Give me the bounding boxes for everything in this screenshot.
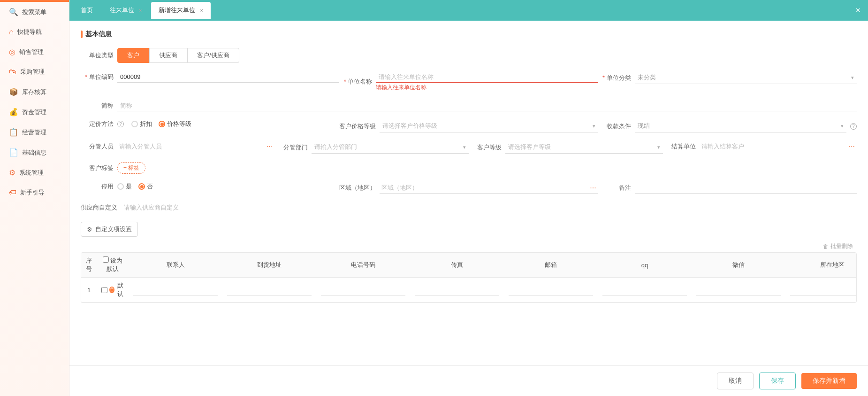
sidebar-item-label: 快捷导航 xyxy=(17,28,42,36)
col-wechat: 微信 xyxy=(692,253,785,278)
customer-tag-label: 客户标签 xyxy=(81,164,114,172)
col-region: 所在地区 xyxy=(785,253,857,278)
tab-new-partner-label: 新增往来单位 xyxy=(159,6,195,15)
sidebar-item-purchase[interactable]: 🛍 采购管理 xyxy=(0,62,69,82)
region-input[interactable] xyxy=(380,182,588,193)
tag-add-button[interactable]: + 标签 xyxy=(117,162,145,174)
sidebar-item-label: 搜索菜单 xyxy=(22,8,46,16)
supplier-custom-field: 供应商自定义 xyxy=(81,202,857,213)
contacts-table-container: 序号 设为默认 联系人 到货地址 电话号码 传真 邮箱 qq 微信 所在地区 操… xyxy=(81,252,857,303)
sidebar-item-basic[interactable]: 📄 基础信息 xyxy=(0,142,69,163)
pricing-radio-discount[interactable]: 折扣 xyxy=(131,120,152,128)
supervisor-dots-btn[interactable]: ··· xyxy=(265,142,274,151)
remark-input[interactable] xyxy=(635,182,857,194)
short-name-input[interactable] xyxy=(117,100,857,111)
unit-name-label: 单位名称 xyxy=(339,78,372,86)
sidebar-item-label: 经营管理 xyxy=(22,128,46,137)
disable-row: 停用 是 否 区域（地区） ··· xyxy=(81,182,857,194)
unit-type-btn-customer[interactable]: 客户 xyxy=(117,48,149,63)
unit-code-input[interactable] xyxy=(117,71,339,83)
sidebar-item-guide[interactable]: 🏷 新手引导 xyxy=(0,183,69,202)
supplier-custom-input[interactable] xyxy=(121,202,857,213)
email-input[interactable] xyxy=(509,284,593,295)
col-qq: qq xyxy=(598,253,692,278)
fax-input[interactable] xyxy=(415,284,499,295)
pricing-help-icon[interactable]: ? xyxy=(117,121,124,127)
contact-input[interactable] xyxy=(133,284,218,295)
custom-settings-label: 自定义项设置 xyxy=(95,225,132,233)
disable-field: 停用 是 否 xyxy=(81,182,339,191)
dept-select[interactable]: 请输入分管部门 ▾ xyxy=(312,141,469,154)
main-area: 首页 往来单位 × 新增往来单位 × × 基本信息 单位类型 客户 供应商 客户… xyxy=(69,0,868,396)
customer-price-select[interactable]: 请选择客户价格等级 ▾ xyxy=(380,120,598,132)
system-icon: ⚙ xyxy=(9,168,15,177)
unit-name-input[interactable] xyxy=(376,71,598,83)
payment-arrow: ▾ xyxy=(841,123,844,129)
settlement-input[interactable] xyxy=(700,141,847,152)
disable-no-label: 否 xyxy=(147,182,153,191)
settlement-label: 结算单位 xyxy=(663,142,696,151)
col-email: 邮箱 xyxy=(504,253,598,278)
payment-help-icon[interactable]: ? xyxy=(850,123,857,130)
settlement-field: 结算单位 ··· xyxy=(663,141,857,152)
sidebar-item-finance[interactable]: 💰 资金管理 xyxy=(0,102,69,122)
customer-level-select[interactable]: 请选择客户等级 ▾ xyxy=(505,141,663,154)
default-radio-item[interactable]: 默认 xyxy=(109,281,124,298)
batch-delete-icon: 🗑 xyxy=(823,243,829,250)
sidebar-item-system[interactable]: ⚙ 系统管理 xyxy=(0,163,69,183)
tab-partners-label: 往来单位 xyxy=(110,6,134,15)
payment-select[interactable]: 现结 ▾ xyxy=(635,120,846,132)
unit-category-select[interactable]: 未分类 ▾ xyxy=(635,71,857,84)
qq-input[interactable] xyxy=(602,284,687,295)
pricing-field: 定价方法 ? 折扣 价格等级 xyxy=(81,120,339,128)
sidebar-item-quicknav[interactable]: ⌂ 快捷导航 xyxy=(0,22,69,42)
sidebar-item-operations[interactable]: 📋 经营管理 xyxy=(0,122,69,142)
custom-settings-button[interactable]: ⚙ 自定义项设置 xyxy=(81,222,138,237)
unit-type-btn-supplier[interactable]: 供应商 xyxy=(149,48,187,63)
form-footer: 取消 保存 保存并新增 xyxy=(69,365,868,396)
phone-input[interactable] xyxy=(321,284,405,295)
wechat-input[interactable] xyxy=(696,284,781,295)
customer-level-field: 客户等级 请选择客户等级 ▾ xyxy=(469,141,663,154)
pricing-radio-discount-circle xyxy=(131,121,138,127)
cancel-button[interactable]: 取消 xyxy=(717,373,754,389)
unit-type-btn-both[interactable]: 客户/供应商 xyxy=(187,48,239,63)
disable-yes-radio[interactable]: 是 xyxy=(117,182,132,191)
row-checkbox[interactable] xyxy=(101,287,107,293)
customer-tag-row: 客户标签 + 标签 xyxy=(81,162,857,174)
address-input[interactable] xyxy=(227,284,312,295)
tab-home[interactable]: 首页 xyxy=(73,2,100,19)
supervisor-label: 分管人员 xyxy=(81,142,114,151)
region-table-input[interactable] xyxy=(790,284,857,295)
col-address: 到货地址 xyxy=(222,253,316,278)
select-all-checkbox[interactable] xyxy=(103,256,109,263)
region-dots-btn[interactable]: ··· xyxy=(588,184,598,192)
tab-new-partner-close[interactable]: × xyxy=(200,8,203,13)
col-contact: 联系人 xyxy=(129,253,222,278)
settlement-dots-btn[interactable]: ··· xyxy=(847,142,857,151)
batch-delete-area[interactable]: 🗑 批量删除 xyxy=(81,242,857,250)
tab-new-partner[interactable]: 新增往来单位 × xyxy=(151,2,210,19)
unit-category-field: 单位分类 未分类 ▾ xyxy=(598,71,857,84)
pricing-radio-level[interactable]: 价格等级 xyxy=(159,120,191,128)
save-button[interactable]: 保存 xyxy=(759,373,796,389)
customer-tag-field: 客户标签 + 标签 xyxy=(81,162,857,174)
region-input-container: ··· xyxy=(380,182,598,194)
dept-label: 分管部门 xyxy=(275,143,308,152)
save-add-button[interactable]: 保存并新增 xyxy=(801,373,857,389)
supplier-custom-label: 供应商自定义 xyxy=(81,203,117,212)
window-close-button[interactable]: × xyxy=(852,4,864,17)
finance-icon: 💰 xyxy=(9,108,18,116)
sidebar-item-sales[interactable]: ◎ 销售管理 xyxy=(0,42,69,62)
tab-partners[interactable]: 往来单位 × xyxy=(102,2,149,19)
sidebar-item-inventory[interactable]: 📦 库存核算 xyxy=(0,82,69,102)
col-phone: 电话号码 xyxy=(316,253,410,278)
tab-partners-close[interactable]: × xyxy=(139,8,142,13)
sidebar-item-search[interactable]: 🔍 搜索菜单 xyxy=(0,2,69,22)
sidebar-item-label: 系统管理 xyxy=(19,169,44,177)
cell-seq: 1 xyxy=(81,278,97,303)
supervisor-input[interactable] xyxy=(117,141,265,152)
sidebar: 🔍 搜索菜单 ⌂ 快捷导航 ◎ 销售管理 🛍 采购管理 📦 库存核算 💰 资金管… xyxy=(0,0,69,396)
pricing-radio-level-circle xyxy=(159,121,165,127)
disable-no-radio[interactable]: 否 xyxy=(138,182,153,191)
